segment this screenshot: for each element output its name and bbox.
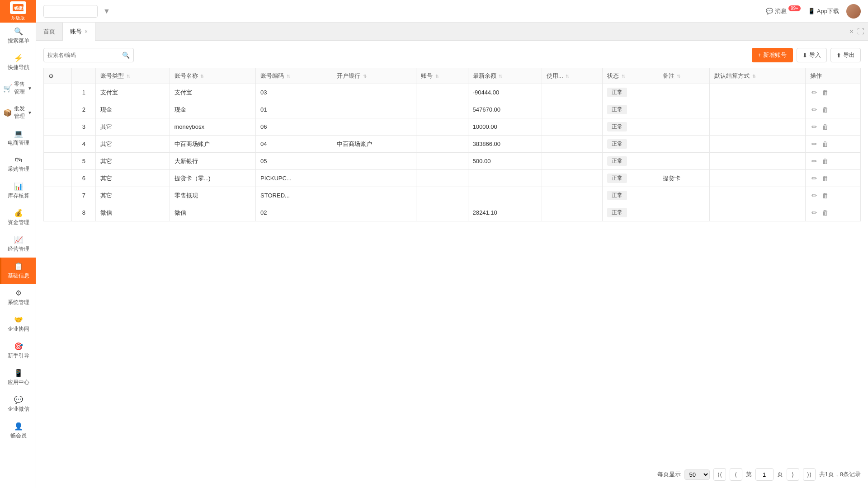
sidebar-label-operations-mgmt: 经营管理 bbox=[8, 245, 29, 253]
sidebar-label-search-order: 搜索菜单 bbox=[8, 37, 29, 45]
export-button[interactable]: ⬆ 导出 bbox=[830, 48, 861, 62]
th-default-settle[interactable]: 默认结算方式 ⇅ bbox=[710, 68, 806, 84]
sidebar-item-basic-info[interactable]: 📋 基础信息 bbox=[0, 258, 36, 284]
edit-btn-6[interactable]: ✏ bbox=[811, 192, 817, 199]
tab-close-btn[interactable]: × bbox=[85, 28, 88, 35]
cell-default-settle-5 bbox=[710, 170, 806, 187]
top-search-input[interactable] bbox=[43, 5, 98, 18]
last-page-btn[interactable]: ⟩⟩ bbox=[803, 468, 816, 481]
cell-name-7: 微信 bbox=[170, 204, 256, 221]
add-account-button[interactable]: + 新增账号 bbox=[752, 48, 793, 62]
tab-account[interactable]: 账号 × bbox=[63, 23, 95, 41]
sidebar-item-search-order[interactable]: 🔍 搜索菜单 bbox=[0, 23, 36, 49]
cell-code-3: 04 bbox=[256, 136, 332, 153]
th-bank[interactable]: 开户银行 ⇅ bbox=[332, 68, 416, 84]
delete-btn-6[interactable]: 🗑 bbox=[822, 192, 829, 199]
sidebar-item-operations-mgmt[interactable]: 📈 经营管理 bbox=[0, 231, 36, 258]
cell-code-2: 06 bbox=[256, 118, 332, 136]
new-guide-icon: 🎯 bbox=[14, 342, 23, 351]
edit-btn-7[interactable]: ✏ bbox=[811, 209, 817, 216]
sidebar-item-wholesale-mgmt[interactable]: 📦 批发管理 ▼ bbox=[0, 100, 36, 125]
edit-btn-5[interactable]: ✏ bbox=[811, 174, 817, 182]
cell-remark-7 bbox=[658, 204, 709, 221]
tab-restore-btn[interactable]: × bbox=[849, 28, 854, 36]
sidebar-item-retail-mgmt[interactable]: 🛒 零售管理 ▼ bbox=[0, 76, 36, 100]
sidebar-item-enterprise-agreement[interactable]: 🤝 企业协同 bbox=[0, 311, 36, 338]
cell-type-0: 支付宝 bbox=[96, 84, 170, 101]
first-page-btn[interactable]: ⟨⟨ bbox=[713, 468, 726, 481]
cell-usage-3 bbox=[542, 136, 603, 153]
top-bar-right: 💬 消息 99+ 📱 App下载 bbox=[766, 4, 861, 19]
sidebar-label-new-guide: 新手引导 bbox=[8, 352, 29, 360]
prev-page-btn[interactable]: ⟨ bbox=[730, 468, 742, 481]
page-size-select[interactable]: 50 100 200 bbox=[684, 469, 710, 480]
th-balance[interactable]: 最新余额 ⇅ bbox=[468, 68, 542, 84]
th-remark[interactable]: 备注 ⇅ bbox=[658, 68, 709, 84]
sidebar-item-quick-nav[interactable]: ⚡ 快捷导航 bbox=[0, 49, 36, 76]
export-label: 导出 bbox=[843, 51, 855, 59]
sidebar-item-purchase-mgmt[interactable]: 🛍 采购管理 bbox=[0, 151, 36, 178]
cell-status-1: 正常 bbox=[603, 101, 658, 118]
cell-code-7: 02 bbox=[256, 204, 332, 221]
search-input[interactable] bbox=[47, 52, 122, 58]
sidebar-label-basic-info: 基础信息 bbox=[8, 272, 29, 280]
notification-btn[interactable]: 💬 消息 99+ bbox=[766, 7, 801, 15]
sidebar-item-finance-mgmt[interactable]: 💰 资金管理 bbox=[0, 204, 36, 231]
cell-status-6: 正常 bbox=[603, 187, 658, 204]
sidebar-item-member[interactable]: 👤 畅会员 bbox=[0, 418, 36, 444]
table-row: 5 其它 大新银行 05 500.00 正常 ✏ 🗑 bbox=[44, 153, 861, 170]
delete-btn-7[interactable]: 🗑 bbox=[822, 209, 829, 216]
tab-maximize-btn[interactable]: ⛶ bbox=[857, 28, 864, 36]
next-page-btn[interactable]: ⟩ bbox=[787, 468, 799, 481]
edit-btn-0[interactable]: ✏ bbox=[811, 89, 817, 96]
import-button[interactable]: ⬇ 导入 bbox=[797, 48, 827, 62]
delete-btn-4[interactable]: 🗑 bbox=[822, 157, 829, 165]
user-avatar[interactable] bbox=[846, 4, 861, 19]
sidebar-item-app-center[interactable]: 📱 应用中心 bbox=[0, 364, 36, 391]
cell-account-2 bbox=[416, 118, 468, 136]
th-num bbox=[72, 68, 96, 84]
search-box: 🔍 bbox=[43, 48, 134, 62]
sidebar-item-inventory-check[interactable]: 📊 库存核算 bbox=[0, 178, 36, 204]
top-dropdown-icon[interactable]: ▼ bbox=[103, 7, 110, 15]
th-account[interactable]: 账号 ⇅ bbox=[416, 68, 468, 84]
edit-btn-4[interactable]: ✏ bbox=[811, 157, 817, 165]
delete-btn-5[interactable]: 🗑 bbox=[822, 174, 829, 182]
edit-btn-3[interactable]: ✏ bbox=[811, 140, 817, 148]
th-type[interactable]: 账号类型 ⇅ bbox=[96, 68, 170, 84]
th-settings[interactable]: ⚙ bbox=[44, 68, 72, 84]
tab-home[interactable]: 首页 bbox=[36, 23, 63, 41]
edit-btn-1[interactable]: ✏ bbox=[811, 106, 817, 113]
cell-settings-3 bbox=[44, 136, 72, 153]
sidebar-item-system-mgmt[interactable]: ⚙ 系统管理 bbox=[0, 284, 36, 311]
sidebar-item-enterprise-wechat[interactable]: 💬 企业微信 bbox=[0, 391, 36, 418]
app-download-btn[interactable]: 📱 App下载 bbox=[808, 7, 839, 15]
delete-btn-3[interactable]: 🗑 bbox=[822, 140, 829, 148]
th-code[interactable]: 账号编码 ⇅ bbox=[256, 68, 332, 84]
th-name[interactable]: 账号名称 ⇅ bbox=[170, 68, 256, 84]
th-usage[interactable]: 使用... ⇅ bbox=[542, 68, 603, 84]
status-badge-3: 正常 bbox=[607, 139, 627, 149]
delete-btn-1[interactable]: 🗑 bbox=[822, 106, 829, 113]
ecommerce-mgmt-icon: 💻 bbox=[14, 129, 23, 138]
cell-balance-3: 383866.00 bbox=[468, 136, 542, 153]
cell-type-3: 其它 bbox=[96, 136, 170, 153]
sidebar-item-new-guide[interactable]: 🎯 新手引导 bbox=[0, 338, 36, 364]
cell-default-settle-4 bbox=[710, 153, 806, 170]
cell-status-4: 正常 bbox=[603, 153, 658, 170]
cell-action-6: ✏ 🗑 bbox=[806, 187, 861, 204]
th-status[interactable]: 状态 ⇅ bbox=[603, 68, 658, 84]
delete-btn-0[interactable]: 🗑 bbox=[822, 89, 829, 96]
cell-usage-0 bbox=[542, 84, 603, 101]
retail-mgmt-arrow: ▼ bbox=[28, 86, 32, 91]
cell-num-0: 1 bbox=[72, 84, 96, 101]
delete-btn-2[interactable]: 🗑 bbox=[822, 123, 829, 131]
wholesale-mgmt-icon: 📦 bbox=[3, 108, 12, 117]
page-input[interactable] bbox=[755, 468, 774, 481]
cell-usage-6 bbox=[542, 187, 603, 204]
top-bar: ▼ 💬 消息 99+ 📱 App下载 bbox=[36, 0, 868, 23]
cell-status-2: 正常 bbox=[603, 118, 658, 136]
edit-btn-2[interactable]: ✏ bbox=[811, 123, 817, 131]
sidebar-item-ecommerce-mgmt[interactable]: 💻 电商管理 bbox=[0, 125, 36, 151]
search-icon[interactable]: 🔍 bbox=[122, 52, 130, 59]
